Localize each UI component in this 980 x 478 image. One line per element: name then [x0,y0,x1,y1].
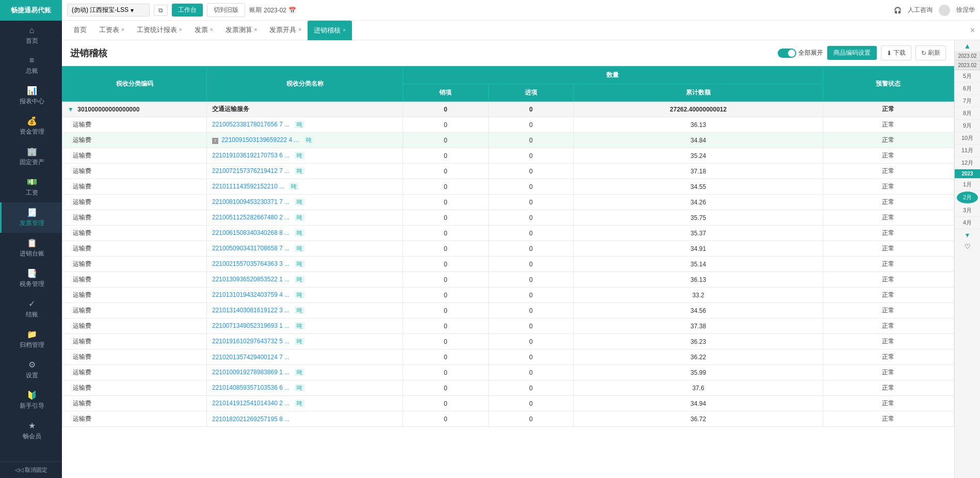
unpin-button[interactable]: ◁◁ 取消固定 [0,461,62,478]
sidebar-item-funds[interactable]: 💰 资金管理 [0,111,62,141]
table-row-sale: 0 [403,365,489,380]
tax-code-link[interactable]: 2210021557035764363 3 ... [212,260,290,267]
tax-code-link[interactable]: 2210050903431708658 7 ... [212,245,290,252]
table-row-status: 正常 [823,226,954,241]
sidebar-item-reports[interactable]: 📊 报表中心 [0,81,62,111]
sidebar-item-guide[interactable]: 🔰 新手引导 [0,385,62,416]
sidebar-item-home[interactable]: ⌂ 首页 [0,21,62,51]
tax-code-link[interactable]: 2210100919278983869 1 ... [212,369,290,376]
toggle-track[interactable] [778,49,796,58]
help-label[interactable]: 人工咨询 [908,6,933,14]
tab-salary-report[interactable]: 工资统计报表 × [131,21,188,40]
back-button[interactable]: 切到旧版 [207,3,245,17]
table-row-status: 正常 [823,164,954,179]
tax-code-link[interactable]: 2210072157376219412 7 ... [212,167,290,174]
refresh-button[interactable]: ↻ 刷新 [915,45,946,60]
sidebar-item-invoice[interactable]: 🧾 发票管理 [0,202,62,233]
table-row-purchase: 0 [488,349,574,365]
tax-code-link[interactable]: 2210052338178017656 7 ... [212,121,290,128]
table-row-purchase: 0 [488,148,574,164]
page-header: 进销稽核 全部展开 商品编码设置 ⬇ 下载 ↻ 刷 [62,40,954,66]
cal-month-11[interactable]: 11月 [955,145,980,157]
cal-month-7[interactable]: 7月 [955,95,980,107]
sidebar-item-member[interactable]: ★ 畅会员 [0,416,62,446]
cal-month-2[interactable]: 2月 [957,192,978,204]
sidebar-item-settle[interactable]: ✓ 结账 [0,294,62,324]
funds-icon: 💰 [27,116,37,126]
tab-invoice-issue[interactable]: 发票开具 × [263,21,308,40]
tax-code-link[interactable]: 2210140859357103536 6 ... [212,384,290,391]
tax-code-link[interactable]: 2210061508340340268 8 ... [212,229,290,236]
tab-close-icon[interactable]: × [121,27,124,33]
tax-code-link[interactable]: 2210191036192170753 6 ... [212,152,290,159]
table-row-status: 正常 [823,148,954,164]
cal-month-1[interactable]: 1月 [955,179,980,191]
sidebar-item-assets[interactable]: 🏢 固定资产 [0,141,62,172]
expand-icon[interactable]: ▼ [68,106,74,113]
expand-toggle[interactable]: 全部展开 [778,49,823,58]
company-selector[interactable]: (勿动) 江西报宝-LSS ▾ [67,4,150,17]
tax-code-link[interactable]: 2210081009453230371 7 ... [212,198,290,205]
table-row-purchase: 0 [488,195,574,210]
tab-close-icon[interactable]: × [254,27,258,33]
cal-month-5[interactable]: 5月 [955,70,980,83]
tab-invoice[interactable]: 发票 × [188,21,219,40]
tax-code-link[interactable]: 2210051125282667480 2 ... [212,214,290,221]
tax-code-link[interactable]: 2210182021269257195 8 ... [212,416,290,423]
cal-month-8[interactable]: 8月 [955,107,980,120]
tax-code-link[interactable]: 2210191610297643732 5 ... [212,338,290,345]
col-quantity-group: 数量 [403,67,823,84]
table-row-tax-code: 2210050903431708658 7 ... 吨 [207,241,403,257]
sidebar-item-ledger[interactable]: ≡ 总账 [0,51,62,81]
table-row-purchase: 0 [488,272,574,288]
download-button[interactable]: ⬇ 下载 [881,45,911,60]
tax-code-link[interactable]: 2210130936520853522 1 ... [212,276,290,283]
table-row-cumulative: 35.24 [574,148,823,164]
cal-month-12[interactable]: 12月 [955,157,980,169]
unit-badge: 吨 [295,400,304,407]
tab-invoice-calc[interactable]: 发票测算 × [219,21,264,40]
sidebar-item-salary[interactable]: 💵 工资 [0,172,62,202]
copy-button[interactable]: ⧉ [154,5,168,16]
table-row-cumulative: 34.56 [574,303,823,318]
cal-month-9[interactable]: 9月 [955,120,980,132]
cal-month-4[interactable]: 4月 [955,217,980,229]
sidebar-item-purchase[interactable]: 📋 进销台账 [0,233,62,263]
toggle-thumb [788,50,795,57]
tax-code-link[interactable]: 2210071349052319693 1 ... [212,322,290,329]
tab-close-icon[interactable]: × [210,27,213,33]
tax-code-link[interactable]: 2210201357429400124 7 ... [212,354,290,361]
tab-close-icon[interactable]: × [179,27,182,33]
unit-badge: 吨 [295,245,304,252]
settings-button[interactable]: 商品编码设置 [827,46,877,60]
table-row-item-name: 运输费 [62,349,207,365]
table-row-item-name: 运输费 [62,133,207,148]
tax-code-link[interactable]: 2210141912541014340 2 ... [212,400,290,407]
cal-month-3[interactable]: 3月 [955,204,980,217]
cal-month-10[interactable]: 10月 [955,132,980,145]
tab-close-icon[interactable]: × [298,27,301,33]
tax-code-link[interactable]: 2210091503139659222 4 ... [221,136,299,144]
table-row-tax-code: 2210130936520853522 1 ... 吨 [207,272,403,288]
salary-icon: 💵 [27,177,37,187]
table-row-tax-code: 2210081009453230371 7 ... 吨 [207,195,403,210]
workspace-button[interactable]: 工作台 [172,4,203,17]
tax-code-link[interactable]: 2210111143592152210 ... [212,183,284,190]
tab-salary[interactable]: 工资表 × [93,21,131,40]
tax-code-link[interactable]: 2210131403081619122 3 ... [212,307,290,314]
close-button[interactable]: × [970,26,975,35]
cal-nav-down[interactable]: ▾ [955,229,980,241]
sidebar-item-settings[interactable]: ⚙ 设置 [0,355,62,385]
col-tax-code: 税收分类编码 [62,67,207,102]
table-row-sale: 0 [403,380,489,396]
tab-home[interactable]: 首页 [67,21,93,40]
table-row-sale: 0 [403,102,489,117]
cal-month-6[interactable]: 6月 [955,83,980,95]
tax-code-link[interactable]: 2210131019432403759 4 ... [212,291,290,298]
cal-nav-up[interactable]: ▲ [955,40,980,52]
sidebar-item-archive[interactable]: 📁 归档管理 [0,324,62,355]
sidebar-item-tax[interactable]: 📑 税务管理 [0,263,62,294]
tab-reconcile[interactable]: 进销稽核 × [308,21,352,40]
unit-badge: 吨 [304,136,314,144]
tab-close-icon[interactable]: × [343,27,346,33]
